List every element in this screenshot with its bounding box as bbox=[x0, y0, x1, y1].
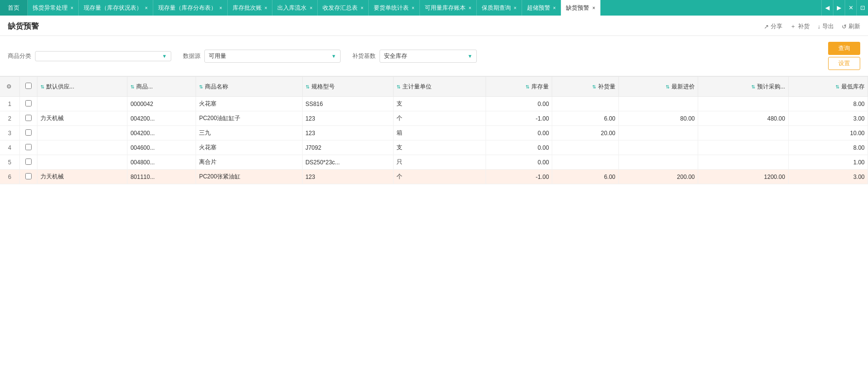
export-action[interactable]: ↓ 导出 bbox=[817, 22, 834, 31]
th-product-code[interactable]: ⇅ 商品... bbox=[127, 77, 196, 97]
export-label: 导出 bbox=[822, 22, 834, 31]
tab-requisition-stat[interactable]: 要货单统计表 × bbox=[369, 0, 420, 16]
cell-latest-price bbox=[618, 155, 698, 170]
th-default-supplier[interactable]: ⇅ 默认供应... bbox=[37, 77, 127, 97]
replenish-base-filter-label: 补货基数 bbox=[352, 52, 376, 60]
tab-batch-account[interactable]: 库存批次账 × bbox=[228, 0, 273, 16]
tab-receive-summary[interactable]: 收发存汇总表 × bbox=[318, 0, 369, 16]
cell-estimated-purchase: 480.00 bbox=[698, 111, 789, 126]
tab-close-all-button[interactable]: ⊡ bbox=[856, 0, 868, 16]
row-checkbox[interactable] bbox=[25, 173, 32, 179]
tab-shortage[interactable]: 缺货预警 × bbox=[561, 0, 600, 16]
row-checkbox-cell bbox=[19, 141, 37, 155]
row-checkbox[interactable] bbox=[25, 144, 32, 150]
row-checkbox[interactable] bbox=[25, 115, 32, 121]
tab-expiry-query-close[interactable]: × bbox=[514, 5, 517, 11]
cell-unit: 个 bbox=[393, 111, 486, 126]
tab-expiry-query[interactable]: 保质期查询 × bbox=[477, 0, 522, 16]
th-settings[interactable]: ⚙ bbox=[0, 77, 19, 97]
row-num: 2 bbox=[0, 111, 19, 126]
settings-button[interactable]: 设置 bbox=[828, 57, 860, 70]
cell-stock-qty: -1.00 bbox=[486, 111, 552, 126]
cell-replenish-qty bbox=[552, 97, 618, 111]
tab-inout-flow[interactable]: 出入库流水 × bbox=[272, 0, 318, 16]
tab-menu-button[interactable]: ✕ bbox=[845, 0, 856, 16]
row-checkbox-cell bbox=[19, 170, 37, 184]
row-checkbox[interactable] bbox=[25, 100, 32, 106]
cell-latest-price bbox=[618, 141, 698, 155]
row-num: 4 bbox=[0, 141, 19, 155]
tab-available-ledger-close[interactable]: × bbox=[469, 5, 471, 11]
tab-exception[interactable]: 拣货异常处理 × bbox=[28, 0, 79, 16]
category-filter-select[interactable]: ▼ bbox=[35, 51, 171, 61]
th-min-stock[interactable]: ⇅ 最低库存 bbox=[788, 77, 868, 97]
tab-exception-close[interactable]: × bbox=[71, 5, 73, 11]
th-spec[interactable]: ⇅ 规格型号 bbox=[302, 77, 393, 97]
tab-inventory-status[interactable]: 现存量（库存状况表） × bbox=[79, 0, 153, 16]
tab-overstock-label: 超储预警 bbox=[527, 4, 550, 12]
tab-inventory-status-close[interactable]: × bbox=[145, 5, 148, 11]
th-unit[interactable]: ⇅ 主计量单位 bbox=[393, 77, 486, 97]
tab-overstock[interactable]: 超储预警 × bbox=[522, 0, 561, 16]
replenish-base-filter-select[interactable]: 安全库存 ▼ bbox=[380, 50, 477, 63]
table-row: 4004600...火花塞J7092支0.008.00 bbox=[0, 141, 868, 155]
select-all-checkbox[interactable] bbox=[25, 83, 32, 89]
tab-prev-button[interactable]: ◀ bbox=[821, 0, 833, 16]
tab-bar: 首页 拣货异常处理 × 现存量（库存状况表） × 现存量（库存分布表） × 库存… bbox=[0, 0, 868, 16]
cell-spec: DS250*23c... bbox=[302, 155, 393, 170]
cell-unit: 支 bbox=[393, 141, 486, 155]
table-body: 10000042火花塞SS816支0.008.002力天机械004200...P… bbox=[0, 97, 868, 184]
tab-requisition-stat-close[interactable]: × bbox=[412, 5, 415, 11]
row-checkbox[interactable] bbox=[25, 129, 32, 136]
sort-icon-spec: ⇅ bbox=[306, 84, 309, 89]
cell-estimated-purchase bbox=[698, 97, 789, 111]
th-spec-label: 规格型号 bbox=[311, 83, 335, 91]
share-action[interactable]: ↗ 分享 bbox=[764, 22, 782, 31]
cell-stock-qty: 0.00 bbox=[486, 97, 552, 111]
tab-inventory-dist-label: 现存量（库存分布表） bbox=[158, 4, 217, 12]
tab-available-ledger[interactable]: 可用量库存账本 × bbox=[420, 0, 477, 16]
th-checkbox bbox=[19, 77, 37, 97]
th-estimated-purchase[interactable]: ⇅ 预计采购... bbox=[698, 77, 789, 97]
th-replenish-qty[interactable]: ⇅ 补货量 bbox=[552, 77, 618, 97]
query-button[interactable]: 查询 bbox=[828, 42, 860, 55]
cell-spec: 123 bbox=[302, 111, 393, 126]
tab-batch-account-close[interactable]: × bbox=[265, 5, 268, 11]
tab-inventory-dist-close[interactable]: × bbox=[219, 5, 222, 11]
cell-estimated-purchase: 1200.00 bbox=[698, 170, 789, 184]
tab-exception-label: 拣货异常处理 bbox=[33, 4, 68, 12]
gear-icon[interactable]: ⚙ bbox=[3, 81, 15, 92]
th-latest-price[interactable]: ⇅ 最新进价 bbox=[618, 77, 698, 97]
tab-next-button[interactable]: ▶ bbox=[833, 0, 845, 16]
header-actions: ↗ 分享 ＋ 补货 ↓ 导出 ↺ 刷新 bbox=[764, 22, 860, 31]
datasource-filter-select[interactable]: 可用量 ▼ bbox=[204, 50, 341, 63]
cell-replenish-qty: 6.00 bbox=[552, 170, 618, 184]
cell-product-code: 004200... bbox=[127, 111, 196, 126]
tab-inout-flow-close[interactable]: × bbox=[309, 5, 312, 11]
cell-stock-qty: 0.00 bbox=[486, 155, 552, 170]
datasource-filter-value: 可用量 bbox=[209, 52, 226, 60]
cell-product-code: 004600... bbox=[127, 141, 196, 155]
cell-product-name: 离合片 bbox=[196, 155, 303, 170]
tab-receive-summary-close[interactable]: × bbox=[361, 5, 363, 11]
th-product-name[interactable]: ⇅ 商品名称 bbox=[196, 77, 303, 97]
filter-actions: 查询 设置 bbox=[828, 42, 860, 70]
th-stock-qty[interactable]: ⇅ 库存量 bbox=[486, 77, 552, 97]
tab-overstock-close[interactable]: × bbox=[553, 5, 556, 11]
replenish-base-filter-value: 安全库存 bbox=[384, 52, 407, 60]
tab-home[interactable]: 首页 bbox=[0, 0, 28, 16]
tab-expiry-query-label: 保质期查询 bbox=[482, 4, 511, 12]
cell-product-name: PC200油缸缸子 bbox=[196, 111, 303, 126]
row-checkbox[interactable] bbox=[25, 158, 32, 165]
cell-spec: J7092 bbox=[302, 141, 393, 155]
tab-shortage-close[interactable]: × bbox=[592, 5, 595, 11]
category-chevron-down-icon: ▼ bbox=[162, 53, 167, 59]
cell-spec: SS816 bbox=[302, 97, 393, 111]
cell-latest-price: 80.00 bbox=[618, 111, 698, 126]
tab-inventory-dist[interactable]: 现存量（库存分布表） × bbox=[153, 0, 228, 16]
cell-product-code: 004800... bbox=[127, 155, 196, 170]
refresh-action[interactable]: ↺ 刷新 bbox=[842, 22, 860, 31]
replenish-action[interactable]: ＋ 补货 bbox=[790, 22, 810, 31]
sort-icon-price: ⇅ bbox=[666, 84, 669, 89]
share-label: 分享 bbox=[771, 22, 782, 31]
